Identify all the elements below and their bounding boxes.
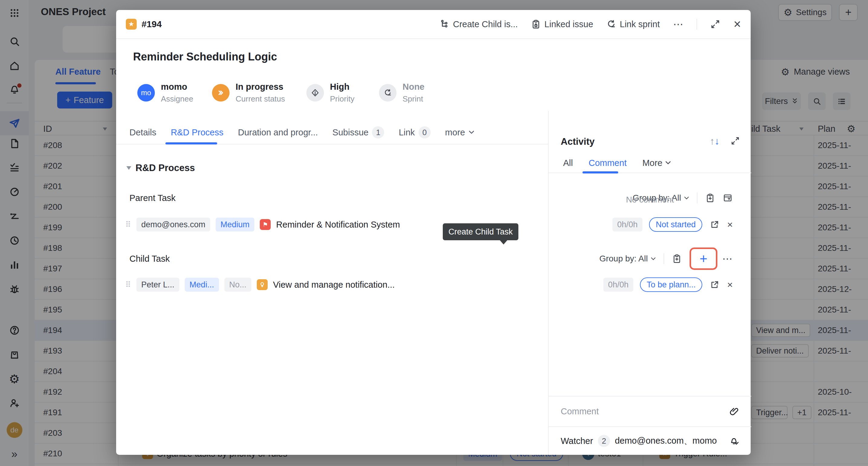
in-progress-icon xyxy=(212,84,229,102)
parent-task-label: Parent Task xyxy=(129,193,176,203)
comment-placeholder: Comment xyxy=(561,406,599,417)
tab-subissue[interactable]: Subissue1 xyxy=(332,126,384,138)
clipboard-link-icon xyxy=(531,19,541,29)
field-sprint[interactable]: NoneSprint xyxy=(379,82,425,104)
modal-header: ★ #194 Create Child is... Linked issue L… xyxy=(116,10,751,39)
requirement-flag-icon: ⚑ xyxy=(260,219,271,230)
chevron-down-icon xyxy=(665,161,671,165)
assignee-chip[interactable]: demo@ones.com xyxy=(136,218,210,232)
issue-id: #194 xyxy=(142,19,162,29)
tab-more[interactable]: more xyxy=(445,128,474,137)
comment-input[interactable]: Comment xyxy=(549,396,751,426)
child-task-label: Child Task xyxy=(129,254,170,264)
child-tree-icon xyxy=(440,19,450,29)
priority-chip[interactable]: Medium xyxy=(216,218,254,232)
activity-tab-comment[interactable]: Comment xyxy=(589,158,627,168)
collapse-caret-icon[interactable] xyxy=(126,166,131,170)
field-assignee[interactable]: mo momoAssignee xyxy=(137,82,193,104)
activity-tab-all[interactable]: All xyxy=(563,158,573,168)
sprint-loop-icon xyxy=(607,19,616,29)
issue-detail-modal: ★ #194 Create Child is... Linked issue L… xyxy=(116,10,751,455)
activity-title: Activity xyxy=(561,136,595,147)
task-bulb-icon xyxy=(257,279,268,290)
sort-order-icon[interactable]: ↑↓ xyxy=(710,136,719,147)
assignee-avatar: mo xyxy=(137,84,155,102)
child-task-title[interactable]: View and manage notification... xyxy=(273,280,395,290)
link-sprint-button[interactable]: Link sprint xyxy=(607,19,660,29)
active-tab-underline xyxy=(583,171,618,173)
tab-rd-process[interactable]: R&D Process xyxy=(171,128,223,137)
assignee-chip[interactable]: Peter L... xyxy=(136,278,179,292)
field-status[interactable]: In progressCurrent status xyxy=(212,82,285,104)
priority-chip[interactable]: Medi... xyxy=(185,278,219,292)
sprint-chip[interactable]: No... xyxy=(224,278,251,292)
expand-activity-icon[interactable] xyxy=(731,136,740,145)
watcher-label: Watcher xyxy=(561,436,593,446)
active-tab-underline xyxy=(165,142,217,144)
create-child-issue-button[interactable]: Create Child is... xyxy=(440,19,518,29)
subissue-count-badge: 1 xyxy=(372,126,384,138)
activity-panel: Activity ↑↓ All Comment More No comment … xyxy=(548,111,751,455)
drag-handle-icon[interactable]: ⠿ xyxy=(125,220,131,229)
issue-title[interactable]: Reminder Scheduling Logic xyxy=(133,51,277,63)
parent-task-title[interactable]: Reminder & Notification System xyxy=(276,220,400,230)
close-modal-icon[interactable]: × xyxy=(734,18,741,31)
drag-handle-icon[interactable]: ⠿ xyxy=(125,280,131,290)
tooltip: Create Child Task xyxy=(443,223,518,240)
tab-duration[interactable]: Duration and progr... xyxy=(238,128,318,137)
modal-tabs: Details R&D Process Duration and progr..… xyxy=(116,121,548,144)
priority-high-icon xyxy=(306,84,324,102)
watcher-names[interactable]: demo@ones.com、momo xyxy=(615,435,717,447)
tab-link[interactable]: Link0 xyxy=(399,126,430,138)
activity-tab-more[interactable]: More xyxy=(642,158,671,168)
linked-issue-button[interactable]: Linked issue xyxy=(531,19,593,29)
rd-process-section-header[interactable]: R&D Process xyxy=(126,163,195,173)
more-actions-icon[interactable]: ⋯ xyxy=(673,18,683,30)
sprint-icon xyxy=(379,84,397,102)
tooltip-arrow xyxy=(499,240,508,244)
watcher-count-badge: 2 xyxy=(598,435,610,447)
header-divider xyxy=(696,19,697,30)
chevron-down-icon xyxy=(469,131,474,134)
activity-tabs: All Comment More xyxy=(549,153,751,173)
attachment-paperclip-icon[interactable] xyxy=(730,407,739,417)
expand-fullscreen-icon[interactable] xyxy=(710,19,720,29)
field-priority[interactable]: HighPriority xyxy=(306,82,354,104)
watcher-row: Watcher 2 demo@ones.com、momo xyxy=(549,426,751,455)
empty-state-text: No comment xyxy=(549,195,751,205)
link-count-badge: 0 xyxy=(418,126,431,138)
feature-star-icon: ★ xyxy=(126,19,137,30)
watch-bell-check-icon[interactable] xyxy=(730,436,739,446)
tab-details[interactable]: Details xyxy=(129,128,156,137)
